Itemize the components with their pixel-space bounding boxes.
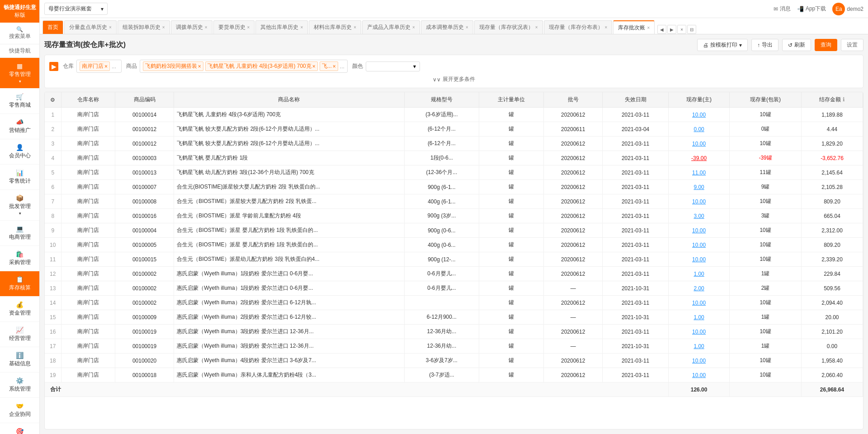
- goods-tag-2-close[interactable]: ×: [312, 63, 316, 70]
- sidebar-quick-nav[interactable]: 快捷导航: [0, 44, 39, 58]
- sidebar-item-retail-shop[interactable]: 🛒 零售商城: [0, 89, 39, 114]
- qty-main-link[interactable]: 1.00: [693, 343, 704, 349]
- qty-main-link[interactable]: 10.00: [692, 256, 706, 263]
- sidebar-item-purchase[interactable]: 🛍️ 采购管理: [0, 246, 39, 271]
- qty-main-link[interactable]: 1.00: [693, 271, 704, 277]
- qty-main-link[interactable]: 10.00: [692, 329, 706, 335]
- cell-qty-main[interactable]: 10.00: [669, 354, 730, 368]
- tab-inventory-status[interactable]: 现存量（库存状况表） ×: [474, 20, 543, 34]
- table-container[interactable]: ⚙ 仓库名称 商品编码 商品名称 规格型号 主计量单位 批号 失效日期 现存量(…: [44, 92, 863, 429]
- tab-close-mix[interactable]: ×: [205, 25, 208, 30]
- qty-main-link[interactable]: 10.00: [692, 242, 706, 248]
- cell-qty-main[interactable]: 10.00: [669, 252, 730, 267]
- tab-material-out[interactable]: 材料出库单历史 ×: [309, 20, 361, 34]
- warehouse-tag-close[interactable]: ×: [104, 63, 108, 70]
- export-btn[interactable]: ↑ 导出: [751, 39, 778, 51]
- query-btn[interactable]: 查询: [815, 39, 837, 51]
- cell-qty-main[interactable]: 10.00: [669, 108, 730, 122]
- filter-expand-btn[interactable]: ▶: [49, 62, 58, 71]
- qty-main-link[interactable]: 10.00: [692, 198, 706, 205]
- tab-close-borrow[interactable]: ×: [247, 25, 250, 30]
- sidebar-item-system[interactable]: ⚙️ 系统管理: [0, 373, 39, 398]
- tab-cost-adjust[interactable]: 成本调整单历史 ×: [421, 20, 473, 34]
- tab-disassemble[interactable]: 组装拆卸单历史 ×: [118, 20, 170, 34]
- qty-main-link[interactable]: 3.00: [693, 213, 704, 219]
- qty-main-link[interactable]: 0.00: [693, 126, 704, 132]
- tab-portion-inventory[interactable]: 分量盘点单历史 ×: [64, 20, 117, 34]
- tab-home[interactable]: 首页: [42, 20, 63, 34]
- tab-next-btn[interactable]: ▶: [667, 25, 676, 34]
- qty-main-link[interactable]: 2.00: [693, 285, 704, 292]
- qty-main-link[interactable]: 1.00: [693, 314, 704, 321]
- cell-qty-main[interactable]: 10.00: [669, 368, 730, 382]
- cell-qty-main[interactable]: 2.00: [669, 281, 730, 296]
- sidebar-item-marketing[interactable]: 📣 营销推广: [0, 114, 39, 139]
- sidebar-item-operations[interactable]: 📈 经营管理: [0, 322, 39, 347]
- tab-mix[interactable]: 调拨单历史 ×: [171, 20, 212, 34]
- sidebar-item-inventory[interactable]: 📋 库存核算: [0, 271, 39, 297]
- sidebar-item-retail-stats[interactable]: 📊 零售统计: [0, 165, 39, 190]
- cell-qty-main[interactable]: -39.00: [669, 151, 730, 165]
- sidebar-item-new-guide[interactable]: 🎯 新手引导: [0, 423, 39, 434]
- qty-main-link[interactable]: 10.00: [692, 112, 706, 118]
- cell-qty-main[interactable]: 0.00: [669, 122, 730, 137]
- user-avatar-btn[interactable]: Ea demo2: [832, 3, 863, 15]
- goods-filter-tags[interactable]: 飞鹤奶粉3段同捆搭装 × 飞鹤星飞帆 儿童奶粉 4段(3-6岁适用) 700克 …: [140, 60, 348, 73]
- goods-tag-3-close[interactable]: ×: [333, 63, 336, 70]
- tab-other-out[interactable]: 其他出库单历史 ×: [255, 20, 308, 34]
- goods-more-dots[interactable]: ...: [340, 63, 344, 70]
- tab-inventory-batch[interactable]: 库存批次账 ×: [613, 20, 655, 34]
- qty-main-link[interactable]: 10.00: [692, 227, 706, 234]
- tab-close-all-btn[interactable]: ×: [677, 25, 686, 34]
- cell-qty-main[interactable]: 10.00: [669, 137, 730, 151]
- cell-qty-main[interactable]: 10.00: [669, 296, 730, 310]
- cell-qty-main[interactable]: 1.00: [669, 267, 730, 281]
- qty-main-link[interactable]: 9.00: [693, 184, 704, 190]
- cell-qty-main[interactable]: 9.00: [669, 180, 730, 194]
- cell-qty-main[interactable]: 10.00: [669, 325, 730, 339]
- tab-inventory-dist[interactable]: 现存量（库存分布表） ×: [544, 20, 613, 34]
- account-dropdown[interactable]: 母婴行业演示账套 ▾: [44, 3, 108, 15]
- qty-main-link[interactable]: 10.00: [692, 300, 706, 306]
- sidebar-item-basic-info[interactable]: ℹ️ 基础信息: [0, 347, 39, 373]
- print-template-btn[interactable]: 🖨 按模板打印 ▾: [697, 39, 748, 51]
- tab-close-material-out[interactable]: ×: [354, 25, 356, 30]
- cell-qty-main[interactable]: 3.00: [669, 209, 730, 223]
- goods-tag-1[interactable]: 飞鹤奶粉3段同捆搭装 ×: [143, 61, 203, 71]
- qty-main-link[interactable]: 10.00: [692, 358, 706, 364]
- tab-close-cost-adjust[interactable]: ×: [466, 25, 468, 30]
- cell-qty-main[interactable]: 10.00: [669, 223, 730, 238]
- tab-close-inventory-status[interactable]: ×: [535, 25, 538, 30]
- sidebar-item-retail-mgmt[interactable]: ▦ 零售管理 ▾: [0, 58, 39, 89]
- sidebar-item-member[interactable]: 👤 会员中心: [0, 139, 39, 165]
- th-settings[interactable]: ⚙: [45, 92, 61, 108]
- refresh-btn[interactable]: ↺ 刷新: [782, 39, 811, 51]
- cell-qty-main[interactable]: 10.00: [669, 238, 730, 252]
- qty-main-link[interactable]: 10.00: [692, 372, 706, 378]
- color-filter-input[interactable]: ▾: [366, 61, 420, 71]
- tab-close-product-in[interactable]: ×: [412, 25, 415, 30]
- tab-close-portion-inventory[interactable]: ×: [109, 25, 112, 30]
- sidebar-search[interactable]: 🔍 搜索菜单: [0, 23, 39, 44]
- tab-prev-btn[interactable]: ◀: [657, 25, 666, 34]
- sidebar-item-ecommerce[interactable]: 💻 电商管理: [0, 221, 39, 246]
- cell-qty-main[interactable]: 1.00: [669, 339, 730, 354]
- sidebar-logo[interactable]: 畅捷通好生意 标版: [0, 0, 39, 23]
- message-btn[interactable]: ✉ 消息: [774, 5, 791, 13]
- goods-tag-2[interactable]: 飞鹤星飞帆 儿童奶粉 4段(3-6岁适用) 700克 ×: [205, 61, 318, 71]
- warehouse-more-dots[interactable]: ...: [112, 63, 116, 70]
- qty-main-link[interactable]: 11.00: [692, 170, 706, 176]
- goods-tag-3[interactable]: 飞... ×: [320, 61, 338, 71]
- tab-close-other-out[interactable]: ×: [300, 25, 303, 30]
- app-download-btn[interactable]: 📲 App下载: [797, 5, 826, 13]
- tab-product-in[interactable]: 产成品入库单历史 ×: [362, 20, 420, 34]
- cell-qty-main[interactable]: 11.00: [669, 165, 730, 180]
- tab-close-inventory-dist[interactable]: ×: [605, 25, 608, 30]
- warehouse-tag-nanan[interactable]: 南岸门店 ×: [80, 61, 110, 71]
- qty-main-link[interactable]: 10.00: [692, 141, 706, 147]
- tab-close-disassemble[interactable]: ×: [162, 25, 165, 30]
- warehouse-filter-tags[interactable]: 南岸门店 × ...: [76, 60, 122, 73]
- tab-menu-btn[interactable]: ⊟: [687, 25, 696, 34]
- goods-tag-1-close[interactable]: ×: [198, 63, 201, 70]
- sidebar-item-wholesale[interactable]: 📦 批发管理 ▾: [0, 190, 39, 221]
